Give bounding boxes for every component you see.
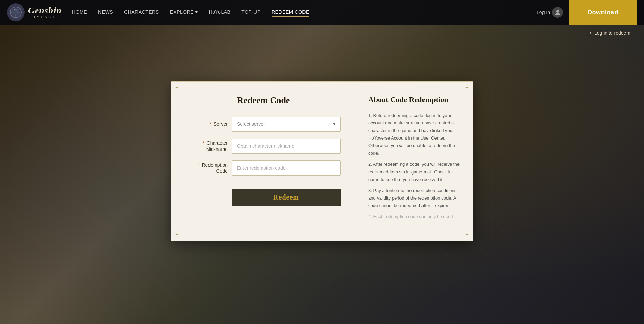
- about-redemption-panel: About Code Redemption 1. Before redeemin…: [356, 82, 473, 241]
- nav-redeem-code[interactable]: REDEEM CODE: [272, 8, 309, 17]
- redeem-form-panel: Redeem Code * Server Select server ▼: [171, 82, 356, 241]
- login-redeem-hint[interactable]: Log in to redeem: [589, 30, 630, 36]
- logo-sub-text: IMPACT: [28, 15, 62, 19]
- redemption-code-field-row: * RedemptionCode: [187, 160, 341, 176]
- about-text: 1. Before redeeming a code, log in to yo…: [368, 112, 460, 220]
- logo-text: Genshin IMPACT: [28, 6, 62, 19]
- nav-characters[interactable]: CHARACTERS: [124, 8, 159, 17]
- redeem-button[interactable]: Redeem: [232, 189, 341, 206]
- server-select-wrapper[interactable]: Select server ▼: [232, 117, 341, 132]
- corner-decoration-br: ✦: [465, 232, 469, 238]
- content-area: Log in to redeem ✦ ✦ Redeem Code * Serve…: [0, 25, 644, 298]
- nav-home[interactable]: HOME: [72, 8, 87, 17]
- nav-explore[interactable]: EXPLORE ▾: [170, 8, 198, 17]
- nav-topup[interactable]: TOP-UP: [241, 8, 261, 17]
- about-point-4: 4. Each redemption code can only be used: [368, 213, 460, 220]
- redemption-code-input[interactable]: [232, 160, 341, 176]
- corner-decoration-bl: ✦: [175, 232, 179, 238]
- about-title: About Code Redemption: [368, 95, 460, 104]
- server-select[interactable]: Select server: [232, 117, 341, 132]
- redeem-button-row: Redeem: [187, 185, 341, 206]
- login-redeem-text: Log in to redeem: [594, 30, 630, 36]
- server-field-row: * Server Select server ▼: [187, 117, 341, 132]
- character-nickname-input[interactable]: [232, 139, 341, 154]
- character-nickname-label: * CharacterNickname: [187, 140, 228, 152]
- logo-area[interactable]: Genshin IMPACT: [7, 3, 62, 21]
- svg-point-1: [14, 10, 18, 14]
- navbar: Genshin IMPACT HOME NEWS CHARACTERS EXPL…: [0, 0, 644, 25]
- nav-right: Log In Download: [537, 0, 637, 25]
- nav-news[interactable]: NEWS: [98, 8, 113, 17]
- logo-main-text: Genshin: [28, 6, 62, 15]
- redeem-form-title: Redeem Code: [187, 95, 341, 106]
- nav-links: HOME NEWS CHARACTERS EXPLORE ▾ HoYoLAB T…: [72, 8, 537, 17]
- login-label: Log In: [537, 10, 550, 15]
- redeem-modal: ✦ ✦ Redeem Code * Server Select server ▼: [171, 81, 473, 241]
- download-button[interactable]: Download: [569, 0, 637, 25]
- user-icon: [552, 7, 563, 18]
- about-point-3: 3. Pay attention to the redemption condi…: [368, 187, 460, 209]
- login-button[interactable]: Log In: [537, 7, 563, 18]
- logo-icon: [7, 3, 25, 21]
- chevron-down-icon: ▾: [195, 9, 198, 15]
- svg-point-2: [556, 10, 559, 13]
- redemption-code-label: * RedemptionCode: [187, 162, 228, 174]
- character-nickname-field-row: * CharacterNickname: [187, 139, 341, 154]
- server-label: * Server: [187, 121, 228, 127]
- nav-hoyolab[interactable]: HoYoLAB: [209, 8, 231, 17]
- about-point-1: 1. Before redeeming a code, log in to yo…: [368, 112, 460, 157]
- about-point-2: 2. After redeeming a code, you will rece…: [368, 160, 460, 183]
